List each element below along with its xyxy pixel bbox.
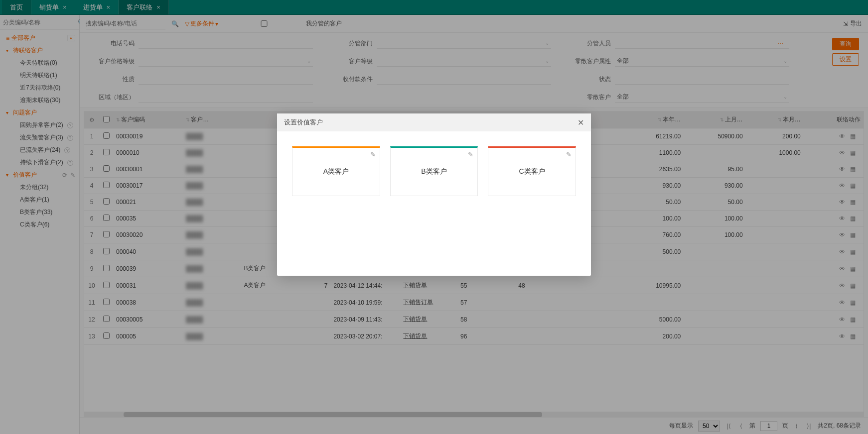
modal-mask: 设置价值客户 ✕ ✎ A类客户 ✎ B类客户 ✎ C类客户 (0, 0, 868, 434)
close-icon[interactable]: ✕ (578, 118, 584, 127)
card-label: B类客户 (421, 167, 446, 176)
card-label: C类客户 (519, 167, 545, 176)
edit-icon[interactable]: ✎ (468, 151, 473, 158)
modal-body: ✎ A类客户 ✎ B类客户 ✎ C类客户 (277, 131, 591, 276)
card-label: A类客户 (323, 167, 349, 176)
edit-icon[interactable]: ✎ (566, 151, 572, 158)
card-class-b[interactable]: ✎ B类客户 (390, 146, 478, 196)
card-class-a[interactable]: ✎ A类客户 (292, 146, 380, 196)
card-class-c[interactable]: ✎ C类客户 (488, 146, 576, 196)
edit-icon[interactable]: ✎ (370, 151, 376, 158)
modal-header: 设置价值客户 ✕ (277, 113, 591, 131)
value-customer-modal: 设置价值客户 ✕ ✎ A类客户 ✎ B类客户 ✎ C类客户 (277, 113, 591, 276)
modal-title: 设置价值客户 (284, 118, 323, 127)
